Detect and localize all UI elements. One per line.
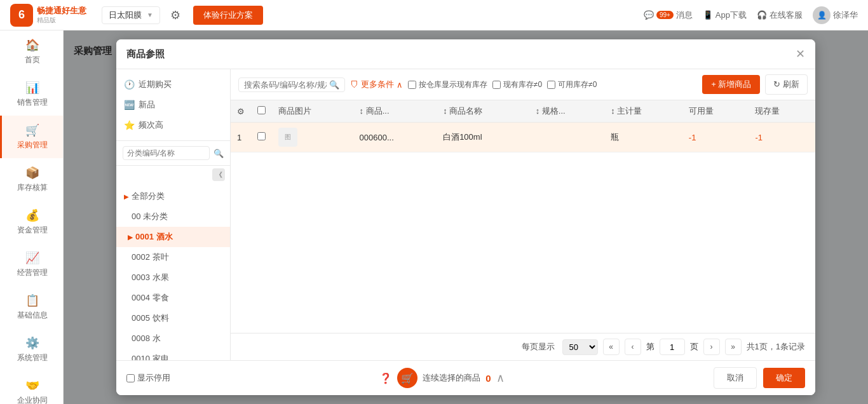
- product-table-container: ⚙ 商品图片 ↕ 商品... ↕ 商品名称 ↕ 规格... ↕ 主计量 可用量: [231, 100, 815, 333]
- product-search-box: 🔍: [238, 77, 345, 92]
- page-label: 第: [646, 341, 654, 353]
- modal-overlay: 商品参照 ✕ 🕐 近期购买 🆕: [64, 30, 868, 404]
- sidebar-item-basic[interactable]: 📋 基础信息: [0, 286, 63, 328]
- table-row[interactable]: 1 图 000600... 白酒100ml 瓶: [231, 123, 815, 152]
- last-page-button[interactable]: »: [725, 339, 742, 355]
- main-layout: 🏠 首页 📊 销售管理 🛒 采购管理 📦 库存核算 💰 资金管理 📈 经营管理 …: [0, 30, 868, 404]
- modal-body: 🕐 近期购买 🆕 新品 ⭐ 频次高: [116, 69, 815, 360]
- col-checkbox: [251, 100, 272, 123]
- modal-close-button[interactable]: ✕: [796, 47, 805, 61]
- main-content: 采购管理 查询 设置 刷新 商品参照 ✕: [64, 30, 868, 404]
- brand-name: 畅捷通好生意: [37, 6, 86, 17]
- trial-button[interactable]: 体验行业方案: [193, 6, 263, 25]
- category-search-icon[interactable]: 🔍: [214, 149, 224, 158]
- category-panel: 🕐 近期购买 🆕 新品 ⭐ 频次高: [116, 69, 231, 360]
- next-page-button[interactable]: ›: [703, 339, 720, 355]
- panel-collapse-button[interactable]: 《: [212, 168, 225, 181]
- col-img: 商品图片: [272, 100, 353, 123]
- home-icon: 🏠: [25, 38, 39, 52]
- row-stock: -1: [749, 123, 815, 152]
- frequent-item[interactable]: ⭐ 频次高: [116, 115, 230, 135]
- per-page-select[interactable]: 50 10 20 100: [562, 339, 598, 355]
- notifications-item[interactable]: 💬 99+ 消息: [644, 10, 693, 21]
- sidebar-item-corp[interactable]: 🤝 企业协同: [0, 371, 63, 404]
- online-service-item[interactable]: 🎧 在线客服: [757, 10, 803, 21]
- sidebar-item-sales[interactable]: 📊 销售管理: [0, 73, 63, 116]
- row-name: 白酒100ml: [437, 123, 529, 152]
- app-download-item[interactable]: 📱 App下载: [703, 10, 747, 21]
- phone-icon: 📱: [703, 10, 713, 20]
- chevron-down-icon: ▼: [147, 11, 153, 18]
- footer-left: 显示停用: [126, 372, 170, 384]
- chevron-up-icon: ∧: [397, 80, 403, 90]
- sidebar: 🏠 首页 📊 销售管理 🛒 采购管理 📦 库存核算 💰 资金管理 📈 经营管理 …: [0, 30, 64, 404]
- filter-button[interactable]: ⛉ 更多条件 ∧: [350, 79, 403, 90]
- total-info: 共1页，1条记录: [747, 341, 805, 353]
- col-code[interactable]: ↕ 商品...: [353, 100, 437, 123]
- row-select-checkbox[interactable]: [257, 132, 266, 140]
- category-search-input[interactable]: [123, 146, 210, 160]
- new-product-item[interactable]: 🆕 新品: [116, 95, 230, 115]
- add-product-button[interactable]: + 新增商品: [702, 75, 760, 94]
- star-icon: ⭐: [124, 120, 135, 130]
- user-profile[interactable]: 👤 徐泽华: [813, 6, 858, 24]
- show-disabled-checkbox[interactable]: 显示停用: [126, 372, 170, 384]
- table-header-row: ⚙ 商品图片 ↕ 商品... ↕ 商品名称 ↕ 规格... ↕ 主计量 可用量: [231, 100, 815, 123]
- inventory-icon: 📦: [25, 166, 39, 180]
- category-appliance[interactable]: 0010 家电: [116, 349, 230, 360]
- product-toolbar: 🔍 ⛉ 更多条件 ∧ 按仓库显示现有库存: [231, 69, 815, 100]
- select-all-checkbox[interactable]: [257, 106, 266, 114]
- expand-icon: ▶: [124, 193, 129, 200]
- sidebar-item-purchase[interactable]: 🛒 采购管理: [0, 116, 63, 158]
- category-all[interactable]: ▶ 全部分类: [116, 186, 230, 206]
- sidebar-item-operation[interactable]: 📈 经营管理: [0, 243, 63, 286]
- category-beverage[interactable]: 0005 饮料: [116, 308, 230, 328]
- stock-not-zero-checkbox[interactable]: 现有库存≠0: [492, 79, 542, 90]
- corp-icon: 🤝: [25, 379, 39, 393]
- sales-icon: 📊: [25, 81, 39, 95]
- logo-text: 畅捷通好生意 精品版: [37, 6, 86, 25]
- refresh-button[interactable]: ↻ 刷新: [765, 74, 808, 95]
- sidebar-item-finance[interactable]: 💰 资金管理: [0, 201, 63, 243]
- purchase-icon: 🛒: [25, 123, 39, 137]
- warehouse-display-checkbox[interactable]: 按仓库显示现有库存: [408, 79, 487, 90]
- basic-icon: 📋: [25, 293, 39, 307]
- confirm-button[interactable]: 确定: [763, 368, 805, 388]
- available-not-zero-checkbox[interactable]: 可用库存≠0: [547, 79, 597, 90]
- help-icon[interactable]: ❓: [379, 372, 392, 384]
- col-stock: 现存量: [749, 100, 815, 123]
- cart-button[interactable]: 🛒: [397, 368, 417, 388]
- collapse-button[interactable]: ∧: [496, 371, 505, 385]
- current-page-input[interactable]: [660, 339, 685, 355]
- avatar: 👤: [813, 6, 831, 24]
- sidebar-item-system[interactable]: ⚙️ 系统管理: [0, 328, 63, 371]
- message-label: 消息: [676, 10, 693, 21]
- row-available: -1: [682, 123, 749, 152]
- sidebar-item-inventory[interactable]: 📦 库存核算: [0, 158, 63, 201]
- category-liquor[interactable]: ▶ 0001 酒水: [116, 227, 230, 247]
- product-image: 图: [278, 128, 297, 147]
- footer-center: ❓ 🛒 连续选择的商品 0 ∧: [178, 368, 706, 388]
- category-tea[interactable]: 0002 茶叶: [116, 247, 230, 267]
- category-snack[interactable]: 0004 零食: [116, 288, 230, 308]
- sidebar-item-home[interactable]: 🏠 首页: [0, 30, 63, 73]
- row-code: 000600...: [353, 123, 437, 152]
- prev-page-button[interactable]: ‹: [625, 339, 641, 355]
- nav-selector[interactable]: 日太阳膜 ▼: [102, 6, 160, 24]
- first-page-button[interactable]: «: [603, 339, 620, 355]
- category-water[interactable]: 0008 水: [116, 328, 230, 349]
- col-spec[interactable]: ↕ 规格...: [529, 100, 605, 123]
- col-name[interactable]: ↕ 商品名称: [437, 100, 529, 123]
- category-unclassified[interactable]: 00 未分类: [116, 206, 230, 227]
- category-fruit[interactable]: 0003 水果: [116, 267, 230, 288]
- cancel-button[interactable]: 取消: [714, 367, 757, 389]
- recent-purchase-item[interactable]: 🕐 近期购买: [116, 74, 230, 95]
- col-settings: ⚙: [231, 100, 251, 123]
- product-search-input[interactable]: [244, 80, 327, 90]
- col-unit[interactable]: ↕ 主计量: [604, 100, 682, 123]
- col-available: 可用量: [682, 100, 749, 123]
- settings-icon[interactable]: ⚙: [165, 5, 186, 25]
- per-page-label: 每页显示: [522, 341, 555, 353]
- expand-icon-active: ▶: [128, 234, 133, 241]
- message-icon: 💬: [644, 10, 654, 20]
